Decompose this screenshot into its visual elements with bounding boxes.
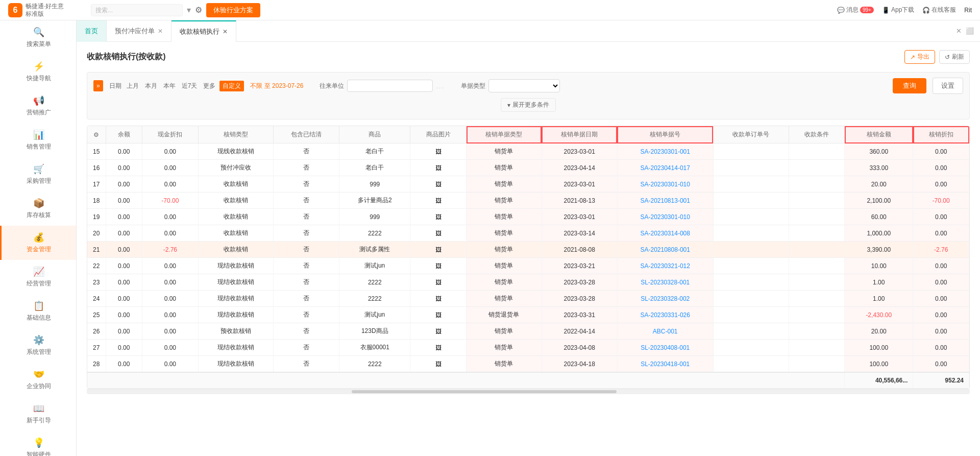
col-setting[interactable]: ⚙: [87, 126, 106, 143]
cell-receipt-condition: [789, 356, 845, 373]
sidebar-item-system[interactable]: ⚙️ 系统管理: [0, 328, 76, 363]
date-this-year[interactable]: 本年: [161, 81, 178, 91]
cell-cancel-bill-date: 2023-03-14: [542, 225, 617, 242]
cell-cancel-bill-no[interactable]: SL-20230418-001: [617, 356, 713, 373]
main-area: 首页 预付冲应付单 ✕ 收款核销执行 ✕ ✕ ⬜ 收款核销执行(按收款): [77, 20, 980, 456]
cell-cancel-bill-no[interactable]: SA-20230414-017: [617, 160, 713, 176]
cell-product: 测试多属性: [339, 242, 410, 258]
col-cancel-bill-type: 核销单据类型: [467, 126, 542, 143]
horizontal-scrollbar[interactable]: [87, 389, 970, 394]
user-name[interactable]: Rit: [964, 7, 972, 14]
cell-cancel-bill-no[interactable]: SL-20230328-002: [617, 291, 713, 307]
cell-receipt-condition: [789, 323, 845, 340]
sidebar-item-sales[interactable]: 📊 销售管理: [0, 123, 76, 157]
cell-include-settled: 否: [274, 209, 339, 225]
cell-balance: 0.00: [106, 258, 142, 274]
search-icon: 🔍: [33, 27, 44, 38]
cell-cancel-bill-no[interactable]: SA-20230301-010: [617, 176, 713, 193]
partner-dots[interactable]: ...: [436, 82, 445, 90]
tab-home[interactable]: 首页: [77, 20, 107, 42]
cell-cancel-bill-no[interactable]: SL-20230328-001: [617, 274, 713, 291]
cell-balance: 0.00: [106, 160, 142, 176]
cell-product: 测试jun: [339, 258, 410, 274]
tab-cancel[interactable]: 收款核销执行 ✕: [172, 20, 236, 42]
close-window-icon[interactable]: ✕: [956, 27, 962, 35]
date-more[interactable]: 更多: [201, 81, 217, 91]
cell-cancel-type: 现线收款核销: [198, 143, 274, 160]
query-button[interactable]: 查询: [893, 78, 926, 93]
cell-product: 123D商品: [339, 323, 410, 340]
col-receipt-condition: 收款条件: [789, 126, 845, 143]
cell-receipt-order-no: [713, 225, 789, 242]
sidebar-item-hardware[interactable]: 💡 智能硬件: [0, 431, 76, 456]
sidebar-item-search[interactable]: 🔍 搜索菜单: [0, 20, 76, 55]
cell-cancel-bill-no[interactable]: SL-20230408-001: [617, 340, 713, 356]
chart-icon: 📊: [33, 129, 44, 140]
industry-solution-button[interactable]: 休验行业方案: [206, 3, 260, 17]
cell-product: 999: [339, 176, 410, 193]
tab-prepay[interactable]: 预付冲应付单 ✕: [107, 20, 172, 42]
sidebar-label-finance: 资金管理: [27, 245, 51, 254]
table-row: 220.000.00现结收款核销否测试jun🖼销货单2023-03-21SA-2…: [87, 258, 969, 274]
cell-no: 23: [87, 274, 106, 291]
sidebar-item-management[interactable]: 📈 经营管理: [0, 260, 76, 294]
cell-cancel-amount: -2,430.00: [845, 307, 913, 323]
cell-receipt-order-no: [713, 340, 789, 356]
cell-cancel-bill-no[interactable]: ABC-001: [617, 323, 713, 340]
date-last-7days[interactable]: 近7天: [180, 81, 200, 91]
maximize-icon[interactable]: ⬜: [966, 27, 974, 35]
bill-type-select[interactable]: [488, 79, 560, 92]
cell-cancel-bill-date: 2023-04-08: [542, 340, 617, 356]
refresh-button[interactable]: ↺ 刷新: [939, 50, 970, 64]
setting-button[interactable]: 设置: [933, 78, 963, 94]
cell-cancel-bill-date: 2023-03-21: [542, 258, 617, 274]
cell-cancel-amount: 360.00: [845, 143, 913, 160]
tab-prepay-close[interactable]: ✕: [158, 28, 163, 35]
cell-include-settled: 否: [274, 274, 339, 291]
cell-balance: 0.00: [106, 193, 142, 209]
expand-more-btn[interactable]: ▾ 展开更多条件: [501, 98, 556, 112]
app-download-btn[interactable]: 📱 App下载: [882, 6, 914, 14]
cell-cancel-amount: 3,390.00: [845, 242, 913, 258]
cell-balance: 0.00: [106, 274, 142, 291]
date-last-month[interactable]: 上月: [125, 81, 141, 91]
search-input[interactable]: [91, 4, 183, 16]
cell-balance: 0.00: [106, 225, 142, 242]
date-this-month[interactable]: 本月: [143, 81, 159, 91]
cell-cancel-bill-no[interactable]: SA-20230331-026: [617, 307, 713, 323]
settings-icon[interactable]: ⚙: [195, 5, 202, 15]
cell-cancel-bill-no[interactable]: SA-20230301-001: [617, 143, 713, 160]
sidebar-item-marketing[interactable]: 📢 营销推广: [0, 89, 76, 123]
sidebar-item-basic[interactable]: 📋 基础信息: [0, 294, 76, 328]
cell-cancel-bill-date: 2023-03-01: [542, 143, 617, 160]
online-service-btn[interactable]: 🎧 在线客服: [922, 6, 956, 14]
cell-cancel-bill-no[interactable]: SA-20230314-008: [617, 225, 713, 242]
cell-cash-discount: -70.00: [142, 193, 199, 209]
col-cancel-discount: 核销折扣: [913, 126, 969, 143]
cell-cancel-bill-no[interactable]: SA-20230301-010: [617, 209, 713, 225]
cell-cancel-bill-type: 销货单: [467, 176, 542, 193]
sidebar-item-inventory[interactable]: 📦 库存核算: [0, 191, 76, 226]
filter-collapse-btn[interactable]: »: [93, 80, 103, 91]
cell-cancel-bill-no[interactable]: SA-20230321-012: [617, 258, 713, 274]
sidebar-label-search: 搜索菜单: [27, 40, 51, 49]
page-title-actions: ↗ 导出 ↺ 刷新: [904, 50, 970, 64]
partner-input[interactable]: [347, 80, 433, 92]
sidebar-item-nav[interactable]: ⚡ 快捷导航: [0, 55, 76, 89]
cell-product-img: 🖼: [410, 356, 467, 373]
cell-cancel-discount: 0.00: [913, 340, 969, 356]
sidebar-item-collab[interactable]: 🤝 企业协同: [0, 363, 76, 397]
cart-icon: 🛒: [33, 163, 44, 175]
tab-cancel-close[interactable]: ✕: [223, 28, 228, 35]
date-custom[interactable]: 自定义: [219, 81, 244, 91]
message-area[interactable]: 💬 消息 99+: [837, 6, 874, 14]
table-row: 180.00-70.00收款核销否多计量商品2🖼销货单2021-08-13SA-…: [87, 193, 969, 209]
cell-cancel-discount: 0.00: [913, 291, 969, 307]
sidebar-item-guide[interactable]: 📖 新手引导: [0, 397, 76, 431]
sidebar-item-purchase[interactable]: 🛒 采购管理: [0, 157, 76, 191]
cell-cancel-bill-no[interactable]: SA-20210808-001: [617, 242, 713, 258]
cell-cash-discount: 0.00: [142, 225, 199, 242]
cell-cancel-bill-no[interactable]: SA-20210813-001: [617, 193, 713, 209]
export-button[interactable]: ↗ 导出: [904, 50, 935, 64]
sidebar-item-finance[interactable]: 💰 资金管理: [0, 226, 76, 260]
